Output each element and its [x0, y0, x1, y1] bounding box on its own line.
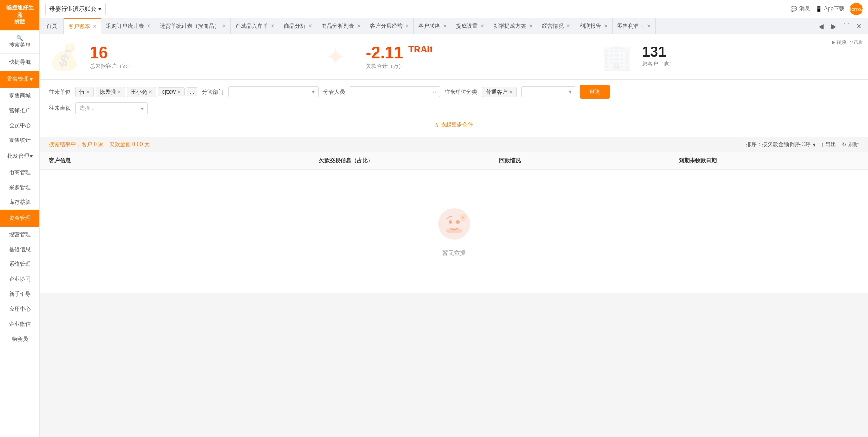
tag-close-chen[interactable]: ✕	[117, 90, 121, 95]
tab-close-purchase-stat[interactable]: ✕	[222, 24, 226, 28]
user-avatar[interactable]: demo2	[850, 3, 863, 15]
tab-close-profit-report[interactable]: ✕	[604, 24, 608, 28]
filter-tag-more[interactable]: ...	[187, 87, 197, 96]
tab-maximize-btn[interactable]: ⛶	[841, 21, 852, 32]
refresh-icon: ↻	[842, 142, 846, 148]
dept-select-arrow: ▾	[312, 89, 315, 95]
tab-next-btn[interactable]: ▶	[828, 21, 839, 32]
tab-new-improve[interactable]: 新增提成方案 ✕	[489, 18, 537, 34]
tab-close-new-improve[interactable]: ✕	[529, 24, 532, 28]
tab-purchase-stat[interactable]: 进货单统计表（按商品） ✕	[155, 18, 231, 34]
messages-btn[interactable]: 💬 消息	[791, 5, 810, 13]
filter-tag-normal-customer[interactable]: 普通客户 ✕	[482, 87, 517, 97]
account-selector[interactable]: 母婴行业演示账套 ▾	[45, 3, 106, 15]
tab-close-product-analysis[interactable]: ✕	[308, 24, 312, 28]
sidebar-item-finance[interactable]: 资金管理	[0, 210, 39, 227]
unit-class-select[interactable]: ▾	[521, 86, 575, 97]
tab-customer-segment[interactable]: 客户分层经营 ✕	[365, 18, 414, 34]
tab-close-operation-status[interactable]: ✕	[566, 24, 570, 28]
sidebar-item-guide[interactable]: 新手引导	[0, 287, 39, 302]
sidebar-item-purchase[interactable]: 采购管理	[0, 180, 39, 195]
app-download-btn[interactable]: 📱 App下载	[815, 5, 844, 13]
tab-close-product-entry[interactable]: ✕	[271, 24, 274, 28]
help-icon: ?	[850, 40, 853, 45]
tab-close-customer-segment[interactable]: ✕	[405, 24, 409, 28]
dept-select[interactable]: ▾	[228, 86, 319, 97]
tab-close-purchase-order[interactable]: ✕	[147, 24, 150, 28]
collapse-btn[interactable]: ∧ 收起更多条件	[49, 118, 859, 131]
total-customers-label: 总客户（家）	[642, 60, 854, 68]
sidebar-item-search[interactable]: 🔍 搜索菜单	[0, 30, 39, 54]
tab-close-improve-settings[interactable]: ✕	[480, 24, 484, 28]
col-due-date: 到期未收款日期	[679, 157, 859, 165]
tab-close-customer-account[interactable]: ✕	[93, 24, 96, 29]
sort-dropdown[interactable]: 排序：按欠款金额倒序排序 ▾	[746, 141, 815, 148]
tag-close-wu[interactable]: ✕	[86, 90, 90, 95]
sidebar-item-basic[interactable]: 基础信息	[0, 242, 39, 257]
tab-retail-profit[interactable]: 零售利润（ ✕	[613, 18, 656, 34]
filter-tag-wu[interactable]: 伍 ✕	[75, 87, 94, 97]
sidebar-item-apps[interactable]: 应用中心	[0, 302, 39, 317]
empty-state: 暂无数据	[40, 170, 868, 293]
sidebar-item-batch[interactable]: 批发管理 ▾	[0, 148, 39, 165]
tab-improve-settings[interactable]: 提成设置 ✕	[451, 18, 489, 34]
sidebar-item-quick-nav[interactable]: 快捷导航	[0, 54, 39, 71]
sidebar-item-wechat[interactable]: 企业微信	[0, 317, 39, 332]
person-select[interactable]: ···	[350, 86, 440, 97]
help-link[interactable]: ? 帮助	[850, 39, 863, 46]
overdue-amount-number: -2.11 TRAit	[366, 43, 578, 62]
tag-close-normal-customer[interactable]: ✕	[509, 90, 513, 95]
sidebar-item-retail-stat[interactable]: 零售统计	[0, 133, 39, 148]
overdue-amount-label: 欠款合计（万）	[366, 62, 578, 70]
sidebar-item-retail-mall[interactable]: 零售商城	[0, 88, 39, 103]
sidebar-item-inventory[interactable]: 库存核算	[0, 195, 39, 210]
tab-product-analysis-list[interactable]: 商品分析列表 ✕	[317, 18, 365, 34]
video-link[interactable]: ▶ 视频	[832, 39, 846, 46]
tab-customer-account[interactable]: 客户账本 ✕	[64, 18, 101, 34]
topbar-left: 母婴行业演示账套 ▾	[45, 3, 106, 15]
sidebar-item-system[interactable]: 系统管理	[0, 257, 39, 272]
query-button[interactable]: 查询	[580, 85, 610, 99]
filter-tag-wang[interactable]: 王小亮 ✕	[127, 87, 156, 97]
tab-customer-contact[interactable]: 客户联络 ✕	[414, 18, 451, 34]
svg-point-0	[438, 208, 470, 240]
stat-bg-icon-1: 💰	[49, 42, 80, 71]
tab-close-retail-profit[interactable]: ✕	[647, 24, 651, 28]
result-actions: 排序：按欠款金额倒序排序 ▾ ↑ 导出 ↻ 刷新	[746, 141, 859, 148]
tab-product-entry[interactable]: 产成品入库单 ✕	[231, 18, 279, 34]
export-btn[interactable]: ↑ 导出	[821, 141, 836, 148]
sidebar-item-retail[interactable]: 零售管理 ▾	[0, 71, 39, 88]
tab-profit-report[interactable]: 利润报告 ✕	[575, 18, 613, 34]
sidebar-item-ecommerce[interactable]: 电商管理	[0, 165, 39, 180]
tab-close-customer-contact[interactable]: ✕	[443, 24, 446, 28]
person-filter-label: 分管人员	[323, 88, 345, 96]
tab-home[interactable]: 首页	[40, 18, 64, 34]
empty-text: 暂无数据	[442, 249, 466, 257]
sidebar-logo[interactable]: 畅捷通好生意 标版	[0, 0, 39, 30]
tab-purchase-order[interactable]: 采购订单统计表 ✕	[101, 18, 155, 34]
tab-close-product-analysis-list[interactable]: ✕	[357, 24, 360, 28]
filter-area: 往来单位 伍 ✕ 陈民强 ✕ 王小亮 ✕ cjttcw	[40, 80, 868, 137]
total-customers-number: 131	[642, 43, 854, 60]
video-icon: ▶	[832, 39, 835, 45]
sidebar-item-member[interactable]: 会员中心	[0, 118, 39, 133]
sidebar-item-operation[interactable]: 经营管理	[0, 227, 39, 242]
tag-close-wang[interactable]: ✕	[149, 90, 152, 95]
tab-product-analysis[interactable]: 商品分析 ✕	[279, 18, 317, 34]
tag-close-cjttcw[interactable]: ✕	[177, 90, 181, 95]
balance-select[interactable]: 选择... ▾	[75, 102, 148, 114]
sidebar-item-vip[interactable]: 畅会员	[0, 332, 39, 347]
tab-prev-btn[interactable]: ◀	[815, 21, 826, 32]
sidebar-item-marketing[interactable]: 营销推广	[0, 103, 39, 118]
refresh-btn[interactable]: ↻ 刷新	[842, 141, 859, 148]
balance-filter-label: 往来余额	[49, 104, 71, 112]
sidebar-item-enterprise[interactable]: 企业协同	[0, 272, 39, 287]
col-repayment: 回款情况	[499, 157, 679, 165]
filter-tag-chen[interactable]: 陈民强 ✕	[96, 87, 125, 97]
unit-class-arrow: ▾	[569, 89, 571, 95]
download-icon: 📱	[815, 6, 822, 12]
person-select-dots: ···	[432, 89, 436, 95]
filter-tag-cjttcw[interactable]: cjttcw ✕	[158, 87, 185, 96]
tab-operation-status[interactable]: 经营情况 ✕	[537, 18, 575, 34]
tab-close-all-btn[interactable]: ✕	[854, 21, 864, 32]
